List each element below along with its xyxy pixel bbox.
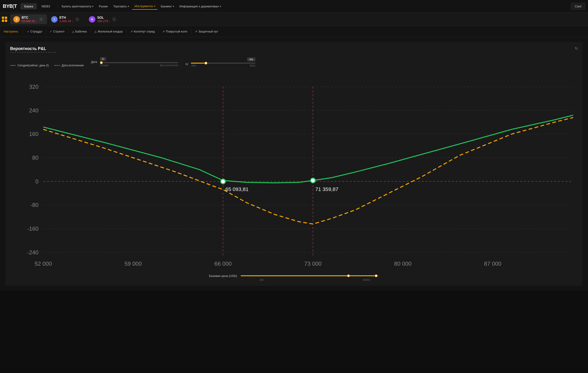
svg-text:73 000: 73 000 bbox=[304, 261, 322, 267]
legend-expiry: Дата исполнения bbox=[54, 64, 84, 67]
sol-icon: ◎ bbox=[89, 16, 95, 22]
nav-link-instruments[interactable]: Инструменты ▾ bbox=[132, 3, 158, 10]
check-icon: ✓ bbox=[27, 30, 29, 33]
strategy-covered-call[interactable]: ↗ Покрытый колл bbox=[158, 29, 191, 34]
sol-price: 166.279 ↓ bbox=[97, 19, 110, 23]
svg-text:160: 160 bbox=[29, 131, 39, 137]
iv-slider-group: IV 0% -80% 300% bbox=[186, 58, 255, 67]
btc-price: 69,868.35 ↓ bbox=[22, 19, 37, 23]
chevron-down-icon: ▾ bbox=[92, 5, 93, 8]
chart-legend: Сегодня(сейчас: день 0) Дата исполнения bbox=[10, 64, 84, 67]
legend-green-line bbox=[10, 65, 16, 66]
chevron-down-icon: ▾ bbox=[173, 5, 174, 8]
ticker-bar: ₿ BTC 69,868.35 ↓ $ Ξ ETH 2,450.33 ↓ $ ◎… bbox=[0, 13, 588, 26]
chart-area: 320 240 160 80 0 -80 -160 -240 52 000 59… bbox=[10, 73, 578, 271]
strategy-protective-put[interactable]: ↗ Защитный пут bbox=[191, 29, 222, 34]
svg-text:66 000: 66 000 bbox=[214, 261, 232, 267]
nav-tab-birzha[interactable]: Биржа bbox=[21, 3, 37, 10]
logo[interactable]: BYB|T bbox=[3, 3, 17, 9]
eth-icon: Ξ bbox=[51, 16, 58, 22]
legend-today: Сегодня(сейчас: день 0) bbox=[10, 64, 49, 67]
eth-price: 2,450.33 ↓ bbox=[59, 19, 73, 23]
eth-symbol: ETH bbox=[59, 16, 73, 19]
date-slider-labels: Сегодня Дата исполнения bbox=[100, 64, 178, 67]
chevron-down-icon: ▾ bbox=[154, 5, 155, 7]
nav-link-markets[interactable]: Рынки bbox=[96, 3, 110, 10]
breakeven-left-label: 65 093,81 bbox=[225, 186, 249, 192]
ticker-btc[interactable]: ₿ BTC 69,868.35 ↓ $ bbox=[10, 14, 47, 24]
eth-down-arrow: ↓ bbox=[72, 20, 73, 23]
nav-divider bbox=[57, 3, 58, 10]
btc-icon: ₿ bbox=[13, 16, 20, 22]
strategy-straddle[interactable]: ✓ Стрэддл bbox=[23, 29, 46, 34]
nav-link-derivatives[interactable]: Информация о деривативах ▾ bbox=[177, 3, 223, 10]
svg-text:-80: -80 bbox=[31, 202, 39, 208]
svg-text:80 000: 80 000 bbox=[394, 261, 411, 267]
strategy-call-put-spread[interactable]: ↗ Колл/пут спред bbox=[126, 29, 159, 34]
date-slider-label: Дата bbox=[91, 60, 97, 64]
date-slider-bubble: 0 bbox=[100, 57, 106, 61]
bottom-slider-fill bbox=[241, 275, 375, 276]
date-slider-track[interactable] bbox=[100, 62, 178, 63]
card-button[interactable]: Card bbox=[571, 3, 585, 10]
btc-coin-icon: $ bbox=[39, 17, 43, 21]
arrow-icon: ↗ bbox=[195, 30, 197, 33]
svg-text:59 000: 59 000 bbox=[124, 261, 142, 267]
svg-text:-160: -160 bbox=[27, 225, 39, 232]
triangle-icon: △ bbox=[94, 30, 96, 33]
sol-coin-icon: $ bbox=[112, 17, 116, 21]
svg-text:-240: -240 bbox=[27, 249, 39, 256]
main-content: Вероятность P&L ↻ Сегодня(сейчас: день 0… bbox=[0, 37, 588, 290]
svg-text:320: 320 bbox=[29, 84, 39, 90]
nav-link-trade[interactable]: Торговать ▾ bbox=[111, 3, 132, 10]
strategy-butterfly[interactable]: △ Бабочка bbox=[68, 29, 91, 34]
breakeven-right-dot bbox=[310, 178, 315, 183]
eth-coin-icon: $ bbox=[75, 17, 79, 21]
iv-slider-label: IV bbox=[186, 63, 188, 66]
breakeven-right-label: 71 359,87 bbox=[315, 186, 338, 192]
iv-slider-labels: -80% 300% bbox=[191, 64, 255, 67]
strategy-iron-condor[interactable]: △ Железный кондор bbox=[91, 29, 126, 34]
btc-down-arrow: ↓ bbox=[36, 20, 37, 23]
sol-symbol: SOL bbox=[97, 16, 110, 19]
iv-slider-track[interactable] bbox=[191, 63, 255, 64]
iv-slider-bubble: 0% bbox=[247, 58, 255, 61]
bottom-slider-section: Базовая цена (USD) 200 90000 bbox=[10, 274, 578, 281]
strategy-bar: Настроить ✓ Стрэддл ✓ Стрэнгл △ Бабочка … bbox=[0, 26, 588, 37]
pl-chart-svg: 320 240 160 80 0 -80 -160 -240 52 000 59… bbox=[10, 73, 578, 271]
check-icon: ✓ bbox=[50, 30, 52, 33]
header: BYB|T Биржа WEB3 Купить криптовалюту ▾ Р… bbox=[0, 0, 588, 13]
btc-symbol: BTC bbox=[22, 16, 37, 19]
legend-orange-dashed-line bbox=[54, 65, 60, 66]
strategy-strangle[interactable]: ✓ Стрэнгл bbox=[46, 29, 68, 34]
refresh-button[interactable]: ↻ bbox=[575, 46, 578, 51]
ticker-sol[interactable]: ◎ SOL 166.279 ↓ $ bbox=[86, 14, 123, 24]
triangle-icon: △ bbox=[72, 30, 74, 33]
nav-link-buy[interactable]: Купить криптовалюту ▾ bbox=[59, 3, 96, 10]
nav-tab-web3[interactable]: WEB3 bbox=[38, 3, 54, 10]
chevron-down-icon: ▾ bbox=[220, 5, 221, 8]
breakeven-left-dot bbox=[221, 179, 225, 184]
chevron-down-icon: ▾ bbox=[128, 5, 129, 8]
arrow-icon: ↗ bbox=[162, 30, 165, 33]
chart-card: Вероятность P&L ↻ Сегодня(сейчас: день 0… bbox=[6, 42, 582, 286]
nav-links: Купить криптовалюту ▾ Рынки Торговать ▾ … bbox=[59, 3, 571, 10]
svg-text:0: 0 bbox=[35, 178, 39, 184]
bottom-slider-right-thumb[interactable] bbox=[375, 274, 378, 277]
svg-text:240: 240 bbox=[29, 107, 39, 114]
sol-down-arrow: ↓ bbox=[109, 20, 110, 23]
ticker-eth[interactable]: Ξ ETH 2,450.33 ↓ $ bbox=[48, 14, 85, 24]
chart-title: Вероятность P&L bbox=[10, 46, 56, 51]
svg-text:87 000: 87 000 bbox=[484, 261, 501, 267]
grid-icon[interactable] bbox=[2, 17, 7, 22]
svg-text:80: 80 bbox=[32, 155, 39, 161]
svg-text:52 000: 52 000 bbox=[34, 261, 52, 267]
date-slider-group: Дата 0 Сегодня Дата исполнения bbox=[91, 57, 178, 67]
bottom-slider-track[interactable] bbox=[241, 275, 379, 276]
bottom-slider-label: Базовая цена (USD) bbox=[209, 274, 237, 278]
bottom-slider-labels: 200 90000 bbox=[218, 278, 370, 281]
nav-link-banking[interactable]: Банкинг ▾ bbox=[158, 3, 176, 10]
bottom-slider-left-thumb[interactable] bbox=[347, 274, 350, 277]
nav-tabs: Биржа WEB3 bbox=[21, 3, 54, 10]
customize-button[interactable]: Настроить bbox=[4, 30, 18, 33]
